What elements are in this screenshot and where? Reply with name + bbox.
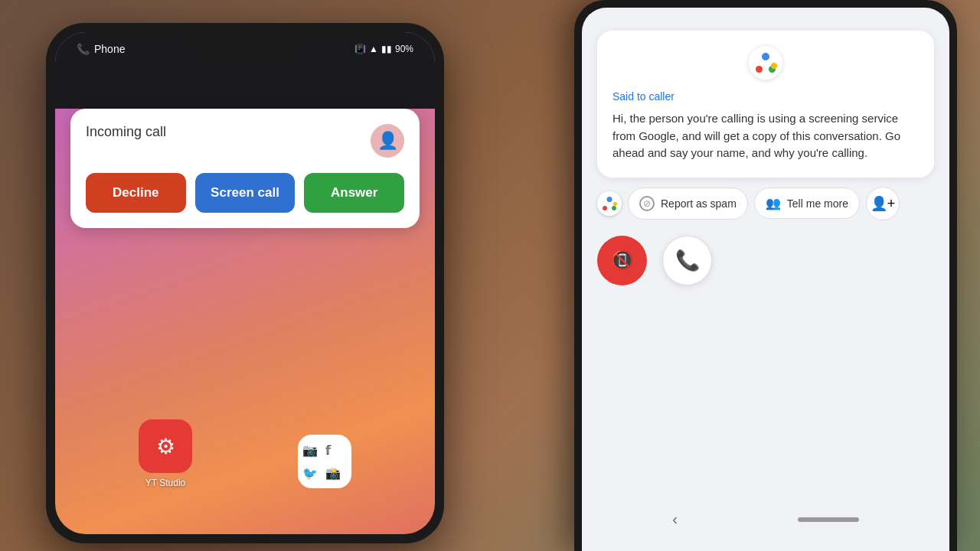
tell-more-label: Tell me more (787, 197, 848, 210)
left-phone: 📞 Phone 📳 ▲ ▮▮ 90% Incoming call 👤 (46, 23, 444, 543)
left-phone-screen: 📞 Phone 📳 ▲ ▮▮ 90% Incoming call 👤 (55, 32, 435, 534)
back-button[interactable]: ‹ (672, 510, 678, 528)
yt-studio-icon: ⚙ (139, 419, 192, 473)
phone-icon: 📞 (77, 43, 90, 55)
said-to-caller-label: Said to caller (612, 90, 919, 103)
answer-button[interactable]: Answer (304, 173, 404, 213)
report-spam-label: Report as spam (661, 197, 737, 210)
report-spam-button[interactable]: ⊘ Report as spam (628, 187, 748, 220)
incoming-call-card: Incoming call 👤 Decline Screen call Answ… (70, 109, 420, 228)
more-people-button[interactable]: 👤+ (866, 187, 900, 220)
google-mini-logo (597, 191, 622, 216)
left-app-indicator: 📞 Phone (77, 43, 125, 55)
left-status-bar: 📞 Phone 📳 ▲ ▮▮ 90% (67, 38, 423, 55)
decline-call-button[interactable]: 📵 (597, 236, 647, 285)
phone-app-label: Phone (94, 43, 125, 55)
social-app-icon: 📷 𝕗 🐦 📸 (298, 435, 351, 488)
screen-call-button[interactable]: Screen call (195, 173, 296, 213)
signal-icon: ▮▮ (381, 44, 392, 54)
incoming-call-label: Incoming call (86, 124, 166, 140)
social-apps[interactable]: 📷 𝕗 🐦 📸 (298, 435, 351, 488)
call-controls: 📵 📞 (582, 220, 949, 301)
tell-more-button[interactable]: 👥 Tell me more (754, 187, 860, 219)
left-status-icons: 📳 ▲ ▮▮ 90% (354, 44, 413, 54)
vibrate-icon: 📳 (354, 44, 366, 54)
assistant-card: Said to caller Hi, the person you're cal… (597, 31, 934, 178)
caller-avatar: 👤 (371, 124, 404, 158)
home-pill[interactable] (798, 517, 859, 522)
people-plus-icon: 👤+ (871, 195, 896, 212)
people-tell-icon: 👥 (766, 196, 781, 210)
spam-icon: ⊘ (639, 196, 655, 211)
yt-studio-app[interactable]: ⚙ YT Studio (139, 419, 192, 488)
call-action-buttons: Decline Screen call Answer (86, 173, 404, 213)
home-screen-icons: ⚙ YT Studio 📷 𝕗 🐦 📸 (86, 419, 404, 488)
answer-phone-icon: 📞 (675, 249, 700, 272)
yt-studio-label: YT Studio (145, 478, 185, 488)
action-row: ⊘ Report as spam 👥 Tell me more 👤+ (582, 178, 949, 220)
right-phone: Said to caller Hi, the person you're cal… (574, 0, 957, 551)
decline-phone-icon: 📵 (611, 249, 634, 271)
wifi-icon: ▲ (369, 44, 378, 54)
answer-call-button[interactable]: 📞 (662, 236, 712, 285)
card-header: Incoming call 👤 (86, 124, 404, 158)
right-phone-screen: Said to caller Hi, the person you're cal… (582, 8, 949, 551)
person-icon: 👤 (377, 131, 398, 151)
screening-message: Hi, the person you're calling is using a… (612, 110, 919, 162)
left-status-bar-area: 📞 Phone 📳 ▲ ▮▮ 90% (55, 32, 435, 109)
bottom-navigation: ‹ (582, 510, 949, 528)
google-assistant-logo (749, 46, 782, 80)
decline-button[interactable]: Decline (86, 173, 186, 213)
battery-label: 90% (395, 44, 413, 54)
